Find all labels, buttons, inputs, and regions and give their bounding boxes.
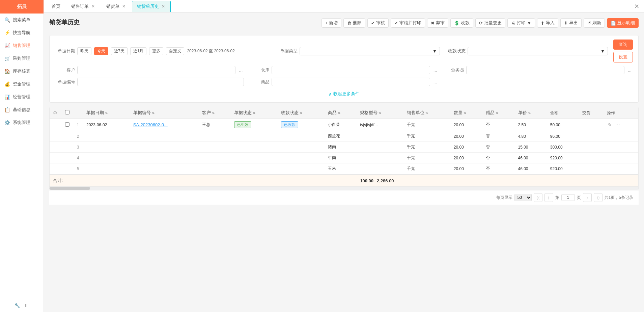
row1-docno-link[interactable]: SA-20230602-0... [133,122,168,127]
row5-qty: 20.00 [450,163,482,174]
th-gift[interactable]: 赠品 ⇅ [482,107,514,119]
tab-sales-delivery[interactable]: 销货单 ✕ [101,1,131,12]
sidebar-item-sales[interactable]: 📈 销售管理 [0,39,44,52]
warehouse-dots[interactable]: ... [432,66,439,74]
row1-docno[interactable]: SA-20230602-0... [130,119,199,131]
row1-more-icon[interactable]: ⋯ [614,122,621,128]
warehouse-input[interactable] [272,66,430,74]
close-sales-delivery-icon[interactable]: ✕ [121,4,126,9]
th-doc-status[interactable]: 单据状态 ⇅ [231,107,278,119]
th-goods[interactable]: 商品 ⇅ [325,107,357,119]
batch-change-button[interactable]: ⟳ 批量变更 [475,18,505,28]
th-customer[interactable]: 客户 ⇅ [199,107,231,119]
th-checkbox[interactable] [62,107,73,119]
date-yesterday-btn[interactable]: 昨天 [77,47,91,55]
sidebar-item-quicknav[interactable]: ⚡ 快捷导航 [0,26,44,39]
goods-dots[interactable]: ... [432,78,439,86]
date-sort-icon: ⇅ [105,111,108,115]
row4-customer [199,153,231,163]
new-button[interactable]: + 新增 [321,18,342,28]
query-button[interactable]: 查询 [613,40,633,50]
export-button[interactable]: ⬇ 导出 [560,18,582,28]
row3-docstatus [231,142,278,153]
table-row: 5 玉米 千克 20.00 否 46.00 920.00 [50,163,638,174]
th-price[interactable]: 单价 ⇅ [515,107,547,119]
next-page-button[interactable]: ⟩ [583,193,592,202]
collect-button[interactable]: 💲 收款 [450,18,473,28]
th-pay-status[interactable]: 收款状态 ⇅ [278,107,325,119]
tab-sales-order[interactable]: 销售订单 ✕ [66,1,101,12]
filter-customer: 客户 ... [55,66,244,74]
customer-input[interactable] [77,66,235,74]
export-label: 导出 [569,20,578,26]
date-custom-btn[interactable]: 自定义 [166,47,184,55]
goods-input[interactable] [272,78,430,86]
close-all-tabs-icon[interactable]: ✕ [632,3,641,10]
audit-print-button[interactable]: ✔ 审核并打印 [391,18,425,28]
doc-type-select[interactable]: ▼ [300,47,440,55]
sidebar-item-search[interactable]: 🔍 搜索菜单 [0,14,44,26]
table-scrollbar-thumb[interactable] [50,187,90,190]
row3-actions [604,142,638,153]
pause-icon[interactable]: ⏸ [23,303,29,309]
th-gear[interactable]: ⚙ [50,107,62,119]
data-table-container: ⚙ 单据日期 ⇅ [49,107,639,190]
sidebar-item-purchase[interactable]: 🛒 采购管理 [0,52,44,65]
table-summary: 合计: 100.00 2,286.00 [50,174,638,186]
toolbar: + 新增 🗑 删除 ✔ 审核 ✔ 审核并打印 ✖ 弃审 [321,18,639,28]
first-page-button[interactable]: ⟨⟨ [534,193,542,202]
staff-dots[interactable]: ... [626,66,633,74]
audit-button[interactable]: ✔ 审核 [367,18,389,28]
date-1month-btn[interactable]: 近1月 [130,47,147,55]
prev-page-button[interactable]: ⟨ [544,193,553,202]
th-qty[interactable]: 数量 ⇅ [450,107,482,119]
refresh-button[interactable]: ↺ 刷新 [584,18,605,28]
select-all-checkbox[interactable] [65,110,69,114]
close-sales-history-icon[interactable]: ✕ [161,4,166,9]
row1-checkbox-input[interactable] [65,122,69,127]
customer-dots[interactable]: ... [237,66,244,74]
row3-docno [130,142,199,153]
last-page-button[interactable]: ⟩⟩ [594,193,603,202]
row4-trade [579,153,604,163]
row1-checkbox[interactable] [62,119,73,131]
th-doc-no[interactable]: 单据编号 ⇅ [130,107,199,119]
tab-sales-history[interactable]: 销货单历史 ✕ [132,1,171,12]
tab-home[interactable]: 首页 [47,1,65,12]
row3-amount: 300.00 [547,142,579,153]
table-scrollbar[interactable] [50,186,638,190]
close-sales-order-icon[interactable]: ✕ [91,4,95,9]
date-today-btn[interactable]: 今天 [94,47,108,55]
show-detail-button[interactable]: 📄 显示明细 [607,18,639,28]
table-body: 1 2023-06-02 SA-20230602-0... 王总 已生效 已收款… [50,119,638,174]
setting-button[interactable]: 设置 [613,52,633,62]
delete-button[interactable]: 🗑 删除 [343,18,365,28]
page-number-input[interactable] [561,194,575,201]
sidebar-item-inventory[interactable]: 🏠 库存核算 [0,65,44,78]
staff-input[interactable] [466,66,624,74]
import-button[interactable]: ⬆ 导入 [537,18,558,28]
th-spec[interactable]: 规格型号 ⇅ [357,107,403,119]
settings-icon[interactable]: 🔧 [15,303,21,309]
new-icon: + [325,21,328,26]
page-size-select[interactable]: 50 10 20 100 [514,194,532,201]
date-7days-btn[interactable]: 近7天 [111,47,128,55]
abandon-button[interactable]: ✖ 弃审 [427,18,448,28]
th-unit[interactable]: 销售单位 ⇅ [403,107,450,119]
filter-collect-status: 收款状态 ▼ [445,47,608,55]
doc-no-label: 单据编号 [55,79,75,85]
gear-icon[interactable]: ⚙ [53,110,57,115]
sidebar-item-system[interactable]: ⚙️ 系统管理 [0,116,44,129]
sidebar-item-operations[interactable]: 📊 经营管理 [0,90,44,103]
sidebar-item-finance[interactable]: 💰 资金管理 [0,78,44,90]
row1-edit-icon[interactable]: ✎ [607,122,613,128]
sidebar-item-basic[interactable]: 📋 基础信息 [0,103,44,116]
row5-unit: 千克 [403,163,450,174]
collapse-button[interactable]: ∧ 收起更多条件 [55,89,633,98]
th-date[interactable]: 单据日期 ⇅ [83,107,130,119]
print-button[interactable]: 🖨 打印 ▼ [507,18,535,28]
collect-status-select[interactable]: ▼ [468,47,608,55]
date-more-btn[interactable]: 更多 [149,47,163,55]
doc-no-input[interactable] [77,78,244,86]
app-logo: 拓展 [0,0,44,14]
